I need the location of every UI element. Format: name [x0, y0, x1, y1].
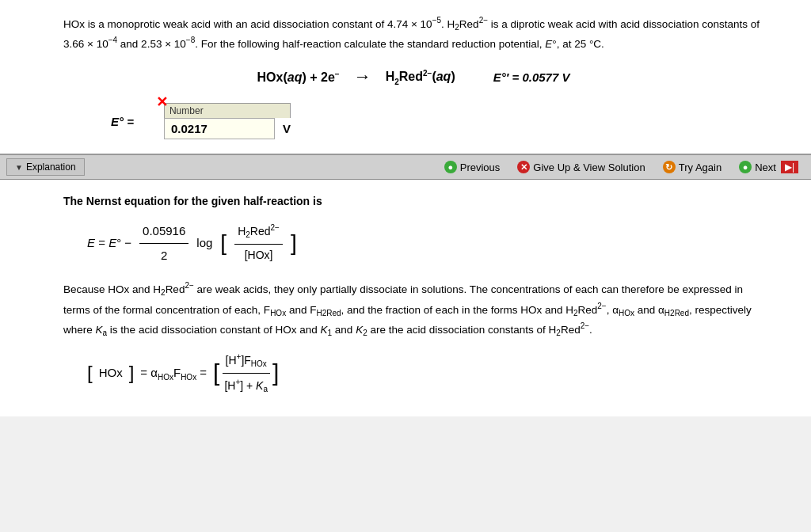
giveup-button[interactable]: ✕ Give Up & View Solution: [511, 159, 651, 175]
previous-icon: ●: [444, 161, 457, 173]
hox-rhs-fraction-wrapper: [ [H+]FHOx [H+] + Ka ]: [213, 350, 279, 396]
main-content: HOx is a monoprotic weak acid with an ac…: [0, 0, 811, 154]
nernst-bracket-fraction: H2Red2− [HOx]: [234, 221, 283, 264]
bracket-hox-right: ]: [129, 363, 135, 382]
reaction-left: HOx(aq) + 2e−: [257, 70, 340, 85]
next-button[interactable]: ● Next ▶|: [733, 159, 805, 175]
hox-bracket-frac-left: [: [213, 361, 219, 385]
reaction-block: HOx(aq) + 2e− → H2Red2−(aq) E°′ = 0.0577…: [63, 66, 763, 87]
explanation-tab-label: Explanation: [26, 162, 76, 173]
reaction-arrow: →: [354, 66, 371, 87]
x-icon: ✕: [156, 93, 168, 111]
answer-box-wrapper: ✕ Number V: [164, 103, 291, 139]
answer-area: E° = ✕ Number V: [111, 103, 763, 139]
hox-equals: = αHOxFHOx =: [140, 363, 207, 384]
next-icon: ●: [739, 161, 752, 173]
hox-bracket-frac-right: ]: [272, 361, 279, 385]
nernst-log: log: [196, 233, 212, 253]
explanation-section: The Nernst equation for the given half-r…: [0, 180, 811, 416]
hox-fraction: [H+]FHOx [H+] + Ka: [221, 350, 271, 396]
nernst-e: E = E° −: [87, 233, 131, 253]
bracket-hox-left: [: [87, 363, 93, 382]
hox-equation-block: [ HOx ] = αHOxFHOx = [ [H+]FHOx [H+] + K…: [87, 350, 763, 396]
previous-button[interactable]: ● Previous: [438, 159, 507, 175]
tryagain-label: Try Again: [679, 162, 722, 173]
toolbar-buttons: ● Previous ✕ Give Up & View Solution ↻ T…: [438, 159, 805, 175]
next-arrow-icon: ▶|: [781, 161, 798, 173]
e-degree-label: E° =: [111, 115, 134, 128]
reaction-right: H2Red2−(aq): [386, 69, 455, 86]
nernst-big-bracket-left: [: [220, 232, 227, 254]
tryagain-icon: ↻: [663, 161, 676, 173]
explanation-tab[interactable]: ▼ Explanation: [6, 158, 85, 176]
nernst-big-bracket-right: ]: [291, 232, 297, 254]
input-label: Number: [164, 103, 291, 118]
explanation-para1: Because HOx and H2Red2− are weak acids, …: [63, 279, 763, 340]
next-label: Next: [755, 162, 776, 173]
nernst-fraction: 0.05916 2: [139, 221, 188, 265]
giveup-label: Give Up & View Solution: [533, 162, 645, 173]
previous-label: Previous: [460, 162, 501, 173]
hox-species: HOx: [99, 363, 123, 383]
chevron-down-icon: ▼: [15, 163, 23, 172]
nernst-equation: E = E° − 0.05916 2 log [ H2Red2− [HOx] ]: [87, 221, 763, 265]
formal-potential: E°′ = 0.0577 V: [493, 70, 570, 84]
tryagain-button[interactable]: ↻ Try Again: [657, 159, 728, 175]
input-row: V: [164, 118, 291, 139]
answer-input[interactable]: [164, 118, 275, 139]
problem-text: HOx is a monoprotic weak acid with an ac…: [63, 14, 763, 52]
unit-label: V: [283, 122, 291, 135]
explanation-intro: The Nernst equation for the given half-r…: [63, 192, 763, 211]
toolbar: ▼ Explanation ● Previous ✕ Give Up & Vie…: [0, 154, 811, 180]
giveup-icon: ✕: [517, 161, 530, 173]
